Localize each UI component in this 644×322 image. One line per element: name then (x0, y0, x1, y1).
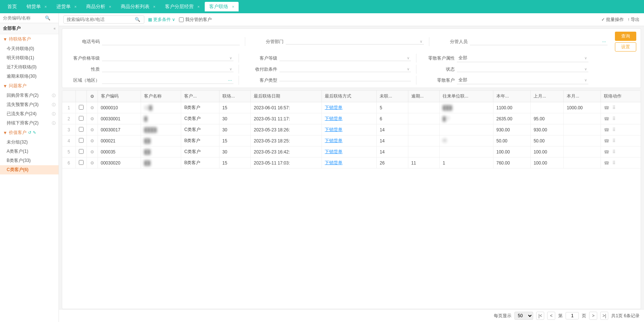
setting-button[interactable]: 设置 (615, 42, 636, 52)
last-contact-method[interactable]: 下销货单 (322, 102, 377, 113)
sidebar-group-value[interactable]: ▼ 价值客户 ↺ ✎ (0, 128, 59, 138)
last-page-btn[interactable]: >| (600, 312, 608, 320)
last-contact-method[interactable]: 下销货单 (322, 113, 377, 124)
payment-select[interactable]: ∨ (279, 66, 411, 72)
row-gear-cell[interactable]: ⚙ (87, 135, 98, 146)
page-input[interactable] (566, 312, 579, 319)
more-action-icon[interactable]: ⠿ (612, 138, 616, 144)
search-icon[interactable]: 🔍 (135, 17, 140, 22)
gender-select[interactable]: ∨ (102, 66, 233, 72)
contact-method-link[interactable]: 下销货单 (325, 105, 342, 110)
row-gear-cell[interactable]: ⚙ (87, 158, 98, 169)
more-action-icon[interactable]: ⠿ (612, 127, 616, 132)
nav-purchase[interactable]: 进货单 × (52, 2, 81, 11)
row-gear-cell[interactable]: ⚙ (87, 102, 98, 113)
row-gear-cell[interactable]: ⚙ (87, 124, 98, 135)
more-action-icon[interactable]: ⠿ (612, 116, 616, 121)
sidebar-item-a-class[interactable]: A类客户(1) (0, 147, 59, 156)
more-conditions-btn[interactable]: ▦ 更多条件 ∨ (148, 17, 175, 23)
sidebar-item-churned[interactable]: 已流失客户(24) ⓘ (0, 109, 59, 118)
row-gear-cell[interactable]: ⚙ (87, 146, 98, 158)
close-icon[interactable]: × (45, 4, 47, 9)
ellipsis-icon[interactable]: ··· (228, 77, 232, 83)
area-select[interactable]: ··· (102, 77, 233, 84)
nav-product-analysis-list[interactable]: 商品分析列表 × (116, 2, 160, 11)
phone-action-icon[interactable]: ☎ (604, 127, 609, 132)
my-customers-checkbox[interactable] (179, 17, 184, 22)
retail-select[interactable]: 全部 ∨ (457, 76, 588, 84)
value-grade-select[interactable]: ∨ (102, 55, 233, 61)
last-contact-method[interactable]: 下销货单 (322, 135, 377, 146)
sidebar-search-input[interactable] (3, 15, 43, 21)
manager-select[interactable]: ··· (470, 38, 608, 45)
nav-customer-contact[interactable]: 客户联络 × (205, 2, 239, 11)
sidebar-item-tomorrow[interactable]: 明天待联络(1) (0, 53, 59, 63)
phone-input[interactable] (102, 38, 240, 45)
more-action-icon[interactable]: ⠿ (612, 160, 616, 166)
close-icon[interactable]: × (197, 4, 200, 9)
dept-select[interactable]: ∨ (286, 39, 423, 45)
contact-method-link[interactable]: 下销货单 (325, 138, 342, 143)
refresh-icon[interactable]: ↺ (28, 130, 31, 135)
contact-method-link[interactable]: 下销货单 (325, 149, 342, 154)
phone-action-icon[interactable]: ☎ (604, 160, 609, 166)
last-contact-method[interactable]: 下销货单 (322, 124, 377, 135)
close-icon[interactable]: × (153, 4, 155, 9)
row-checkbox[interactable] (79, 160, 84, 165)
customer-grade-select[interactable]: ∨ (279, 55, 411, 61)
nav-customer-segment[interactable]: 客户分层经营 × (161, 2, 204, 11)
contact-method-link[interactable]: 下销货单 (325, 116, 342, 121)
row-checkbox[interactable] (79, 105, 84, 110)
sidebar-item-ungrouped[interactable]: 未分组(32) (0, 138, 59, 147)
next-page-btn[interactable]: > (589, 312, 597, 320)
sidebar-item-overdue[interactable]: 逾期未联络(30) (0, 72, 59, 81)
close-icon[interactable]: × (74, 4, 77, 9)
sidebar-all-customers[interactable]: 全部客户 « (0, 23, 59, 34)
contact-method-link[interactable]: 下销货单 (325, 160, 342, 165)
retail-attr-select[interactable]: 全部 ∨ (457, 54, 588, 62)
sidebar-item-7days[interactable]: 近7天待联络(0) (0, 63, 59, 72)
first-page-btn[interactable]: |< (536, 312, 544, 320)
row-checkbox[interactable] (79, 127, 84, 132)
more-action-icon[interactable]: ⠿ (612, 149, 616, 155)
my-customers-check[interactable]: 我分管的客户 (179, 17, 212, 23)
phone-action-icon[interactable]: ☎ (604, 138, 609, 144)
status-select[interactable]: ∨ (457, 66, 588, 72)
edit-icon[interactable]: ✎ (33, 130, 36, 135)
per-page-select[interactable]: 50 100 200 (514, 312, 533, 320)
phone-action-icon[interactable]: ☎ (604, 149, 609, 155)
sidebar-item-today[interactable]: 今天待联络(0) (0, 44, 59, 53)
contact-method-link[interactable]: 下销货单 (325, 127, 342, 132)
phone-action-icon[interactable]: ☎ (604, 116, 609, 121)
phone-action-icon[interactable]: ☎ (604, 105, 609, 110)
nav-product-analysis[interactable]: 商品分析 × (82, 2, 116, 11)
last-contact-method[interactable]: 下销货单 (322, 146, 377, 158)
sidebar-item-churn-warning[interactable]: 流失预警客户(3) ⓘ (0, 100, 59, 109)
customer-type-select[interactable] (279, 79, 411, 81)
row-checkbox[interactable] (79, 116, 84, 121)
batch-op-btn[interactable]: ✓ 批量操作 (601, 17, 624, 23)
nav-home[interactable]: 首页 (3, 2, 21, 11)
sidebar-item-c-class[interactable]: C类客户(6) (0, 165, 59, 174)
query-button[interactable]: 查询 (615, 32, 636, 41)
col-gear[interactable]: ⚙ (87, 91, 98, 102)
close-icon[interactable]: × (109, 4, 111, 9)
sidebar-item-repurchase-anomaly[interactable]: 回购异常客户(2) ⓘ (0, 91, 59, 100)
nav-sales[interactable]: 销货单 × (22, 2, 51, 11)
row-checkbox[interactable] (79, 149, 84, 154)
sidebar-group-pending[interactable]: ▼ 待联络客户 (0, 34, 59, 44)
search-input[interactable] (67, 17, 135, 22)
more-action-icon[interactable]: ⠿ (612, 105, 616, 110)
sidebar-search-icon[interactable]: 🔍 (45, 15, 50, 21)
export-btn[interactable]: ↑ 导出 (627, 17, 640, 23)
row-checkbox[interactable] (79, 138, 84, 143)
phone-label: 电话号码 (67, 39, 100, 45)
last-contact-method[interactable]: 下销货单 (322, 158, 377, 169)
close-icon[interactable]: × (232, 4, 234, 9)
sidebar-group-problem[interactable]: ▼ 问题客户 (0, 81, 59, 91)
row-gear-cell[interactable]: ⚙ (87, 113, 98, 124)
sidebar-item-b-class[interactable]: B类客户(33) (0, 156, 59, 165)
prev-page-btn[interactable]: < (547, 312, 555, 320)
ellipsis-icon[interactable]: ··· (602, 39, 606, 44)
sidebar-item-declining[interactable]: 持续下滑客户(2) ⓘ (0, 118, 59, 128)
